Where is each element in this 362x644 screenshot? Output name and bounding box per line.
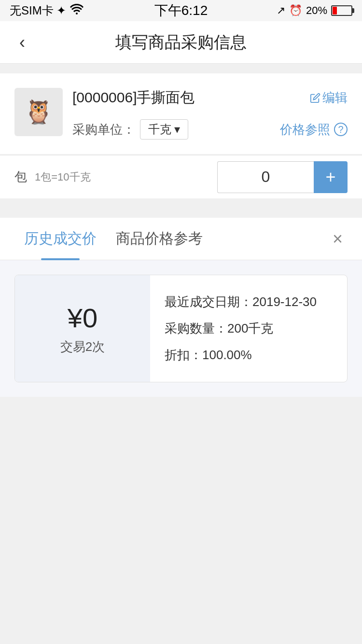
alarm-icon: ⏰ (289, 4, 302, 17)
quantity-label: 包 1包=10千克 (14, 168, 91, 185)
unit-select[interactable]: 千克 ▾ (140, 119, 188, 140)
status-right: ↗ ⏰ 20% (277, 4, 352, 17)
price-detail-qty: 采购数量：200千克 (165, 319, 333, 338)
carrier-text: 无SIM卡 ✦ (10, 3, 66, 18)
battery-text: 20% (306, 4, 327, 17)
price-card-container: ¥0 交易2次 最近成交日期：2019-12-30 采购数量：200千克 折扣：… (0, 260, 362, 397)
back-button[interactable]: ‹ (14, 28, 30, 57)
quantity-input[interactable]: 0 (217, 161, 314, 193)
tab-history-price[interactable]: 历史成交价 (14, 218, 106, 260)
price-card-right: 最近成交日期：2019-12-30 采购数量：200千克 折扣：100.00% (150, 275, 347, 382)
status-time: 下午6:12 (154, 1, 208, 20)
price-detail-date: 最近成交日期：2019-12-30 (165, 293, 333, 311)
edit-button[interactable]: 编辑 (310, 89, 348, 106)
price-ref-button[interactable]: 价格参照 ? (280, 121, 348, 138)
page-title: 填写商品采购信息 (115, 31, 247, 54)
price-times: 交易2次 (60, 338, 105, 355)
tabs-container: 历史成交价 商品价格参考 × ¥0 交易2次 最近成交日期：2019-12-30… (0, 218, 362, 397)
quantity-plus-button[interactable]: + (314, 161, 348, 193)
product-name: [0000006]手撕面包 (72, 88, 195, 108)
status-bar: 无SIM卡 ✦ 下午6:12 ↗ ⏰ 20% (0, 0, 362, 21)
price-card-left: ¥0 交易2次 (15, 275, 150, 382)
tabs-header: 历史成交价 商品价格参考 × (0, 218, 362, 260)
price-amount: ¥0 (68, 302, 97, 334)
product-image-icon: 🦉 (24, 98, 53, 126)
status-left: 无SIM卡 ✦ (10, 3, 84, 18)
wifi-icon (70, 4, 84, 17)
unit-label: 采购单位： 千克 ▾ (72, 119, 188, 140)
price-detail-discount: 折扣：100.00% (165, 346, 333, 364)
product-thumbnail: 🦉 (14, 88, 63, 136)
product-info: [0000006]手撕面包 编辑 采购单位： 千克 ▾ (72, 88, 348, 140)
separator (0, 198, 362, 208)
tab-product-price-ref[interactable]: 商品价格参考 (106, 218, 212, 260)
quantity-input-area: 0 + (217, 161, 348, 193)
help-icon: ? (334, 123, 348, 136)
location-icon: ↗ (277, 4, 285, 17)
quantity-row: 包 1包=10千克 0 + (0, 155, 362, 198)
battery-icon (331, 5, 352, 16)
dropdown-arrow-icon: ▾ (174, 123, 180, 136)
quantity-unit-desc: 1包=10千克 (35, 170, 91, 184)
price-card: ¥0 交易2次 最近成交日期：2019-12-30 采购数量：200千克 折扣：… (14, 275, 348, 382)
product-card: 🦉 [0000006]手撕面包 编辑 采购单位： 千克 ▾ (0, 73, 362, 154)
nav-bar: ‹ 填写商品采购信息 (0, 21, 362, 64)
tab-close-button[interactable]: × (328, 224, 348, 254)
